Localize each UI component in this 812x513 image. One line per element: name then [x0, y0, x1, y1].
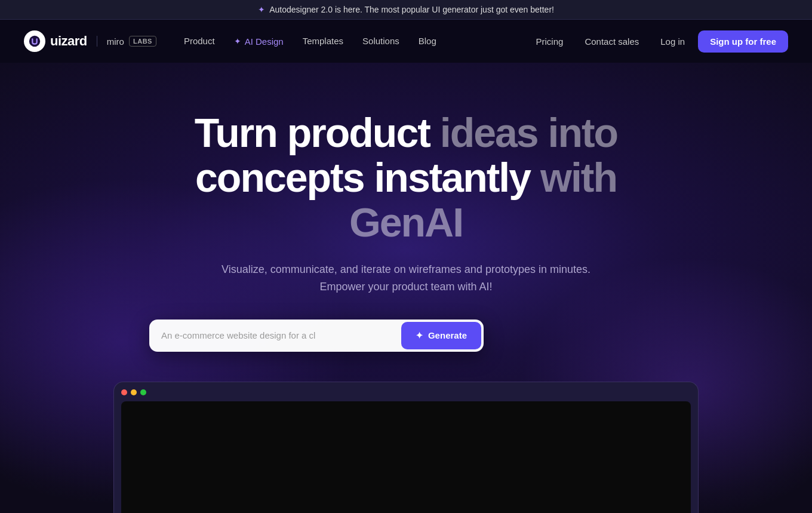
nav-link-blog[interactable]: Blog — [410, 31, 445, 51]
window-controls — [121, 389, 691, 395]
hero-preview — [113, 382, 699, 513]
preview-screen — [121, 401, 691, 513]
uizard-wordmark: uizard — [50, 33, 87, 49]
hero-content: Turn product ideas into concepts instant… — [137, 110, 675, 352]
maximize-window-dot — [140, 389, 146, 395]
generate-input[interactable] — [149, 321, 399, 350]
nav-links: Product ✦ AI Design Templates Solutions … — [176, 32, 445, 51]
uizard-logo-icon — [24, 30, 45, 52]
generate-bar: ✦ Generate — [149, 320, 484, 352]
generate-sparkle-icon: ✦ — [416, 330, 423, 341]
nav-link-templates[interactable]: Templates — [294, 31, 352, 51]
nav-link-product[interactable]: Product — [176, 31, 223, 51]
hero-title-ideas-text: ideas into — [440, 110, 617, 155]
labs-badge: LABS — [129, 36, 156, 47]
nav-item-ai-design: ✦ AI Design — [226, 32, 292, 51]
nav-link-contact-sales[interactable]: Contact sales — [576, 32, 647, 51]
nav-right: Pricing Contact sales Log in Sign up for… — [528, 30, 788, 53]
nav-link-ai-design[interactable]: ✦ AI Design — [226, 32, 292, 51]
nav-item-templates: Templates — [294, 36, 352, 47]
nav-item-solutions: Solutions — [354, 36, 408, 47]
logo-group: uizard miro LABS — [24, 30, 156, 52]
announcement-text: Autodesigner 2.0 is here. The most popul… — [269, 5, 554, 14]
hero-section: Turn product ideas into concepts instant… — [0, 63, 812, 513]
nav-left: uizard miro LABS Product ✦ AI Design Tem… — [24, 30, 445, 52]
svg-point-0 — [29, 36, 40, 47]
generate-button[interactable]: ✦ Generate — [401, 322, 481, 349]
nav-item-product: Product — [176, 36, 223, 47]
preview-frame — [113, 382, 699, 513]
close-window-dot — [121, 389, 127, 395]
announcement-bar: ✦ Autodesigner 2.0 is here. The most pop… — [0, 0, 812, 20]
nav-link-solutions[interactable]: Solutions — [354, 31, 408, 51]
nav-link-pricing[interactable]: Pricing — [528, 32, 572, 51]
hero-subtitle: Visualize, communicate, and iterate on w… — [221, 261, 591, 296]
uizard-logo[interactable]: uizard — [24, 30, 87, 52]
uizard-logo-svg — [28, 35, 41, 48]
miro-labs-logo: miro LABS — [97, 36, 156, 47]
signup-button[interactable]: Sign up for free — [698, 30, 788, 53]
ai-design-sparkle-icon: ✦ — [234, 36, 241, 46]
nav-item-blog: Blog — [410, 36, 445, 47]
hero-title-product: Turn product — [195, 110, 430, 155]
navbar: uizard miro LABS Product ✦ AI Design Tem… — [0, 20, 812, 63]
hero-title-concepts: concepts instantly — [195, 155, 530, 200]
nav-link-login[interactable]: Log in — [652, 32, 693, 51]
minimize-window-dot — [131, 389, 137, 395]
generate-label: Generate — [428, 330, 467, 340]
hero-title: Turn product ideas into concepts instant… — [149, 110, 663, 244]
sparkle-icon: ✦ — [258, 5, 265, 14]
miro-text: miro — [107, 36, 124, 47]
